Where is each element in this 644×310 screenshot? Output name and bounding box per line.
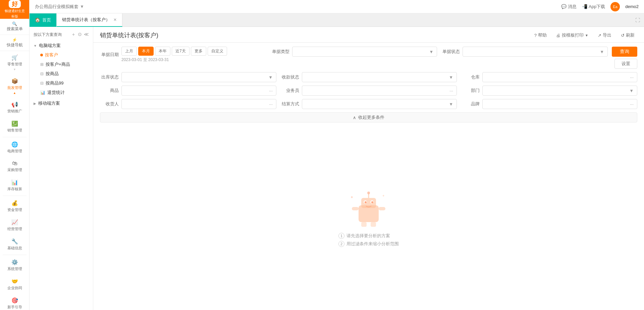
print-btn[interactable]: 🖨 按模板打印 ▼	[553, 31, 591, 40]
sidebar-item-enterprise[interactable]: 🤝 企业协同	[0, 275, 29, 294]
sidebar-item-system[interactable]: ⚙️ 系统管理	[0, 256, 29, 275]
tab-home[interactable]: 🏠 首页	[30, 13, 57, 27]
table-icon1: ⊟	[40, 71, 44, 76]
out-status-label: 出库状态	[100, 74, 119, 80]
sidebar-item-operation[interactable]: 📈 经营管理	[0, 216, 29, 235]
tree-children-desktop: 按客户 ⊞ 按客户+商品 ⊟ 按商品 ⊟ 按商品99 📊 退货统计	[30, 50, 93, 97]
help-icon: ?	[534, 33, 537, 38]
sidebar-item-finance[interactable]: 💰 资金管理	[0, 197, 29, 216]
help-btn[interactable]: ? 帮助	[532, 31, 549, 40]
collapse-panel-icon[interactable]: ≪	[84, 32, 89, 38]
set-btn[interactable]: 设置	[614, 59, 637, 69]
tab-home-label: 首页	[42, 17, 51, 23]
date-btn-last-month[interactable]: 上月	[121, 47, 137, 56]
messages-btn[interactable]: 💬 消息	[561, 4, 577, 10]
action-buttons: 查询 设置	[612, 47, 637, 69]
app-download-label: App下载	[589, 4, 605, 10]
logo-icon: 好	[9, 0, 21, 8]
receipt-status-input[interactable]: ▼	[302, 72, 457, 82]
tab-maximize-btn[interactable]: ⛶	[631, 13, 644, 27]
topbar: 办公用品行业模拟账套 ▼ 💬 消息 📲 App下载 Ea demo2	[30, 0, 644, 13]
filter-section: 单据日期 上月 本月 本年 近7天 更多 自定义 20	[93, 43, 644, 125]
left-panel: 按以下方案查询 ＋ ⊙ ≪ ▼ 电脑端方案 按客户 ⊞ 按客户+商	[30, 27, 93, 310]
doc-type-col: 单据类型 ▼	[271, 47, 437, 57]
date-btn-more[interactable]: 更多	[191, 47, 206, 56]
receiver-input[interactable]: ···	[121, 99, 276, 109]
sidebar-item-wholesale[interactable]: 📦 批发管理 ▲	[0, 74, 29, 98]
print-dropdown-icon: ▼	[585, 34, 588, 37]
topbar-dropdown-icon[interactable]: ▼	[80, 4, 84, 9]
sidebar-item-basic[interactable]: 🔧 基础信息	[0, 235, 29, 254]
sidebar-logo: 好 畅捷通好生意 标版	[0, 0, 29, 19]
app-download-btn[interactable]: 📲 App下载	[582, 4, 605, 10]
settlement-input[interactable]: ▼	[302, 99, 457, 109]
grid-icon: ⊞	[40, 62, 44, 67]
sidebar: 好 畅捷通好生意 标版 🔍 搜索菜单 ⚡ 快捷导航 🛒 零售管理 ▼ 📦 批发管…	[0, 0, 30, 310]
wholesale-icon: 📦	[11, 78, 18, 84]
filter-row-2: 出库状态 ▼ 收款状态 ▼	[100, 72, 637, 82]
out-status-input[interactable]: ▼	[121, 72, 276, 82]
logo-sub-text: 标版	[11, 14, 18, 19]
sidebar-item-newbie[interactable]: 🎯 新手引导	[0, 294, 29, 310]
tab-sales-stats[interactable]: 销货单统计表（按客户） ✕	[57, 13, 122, 27]
department-input[interactable]: ▼	[482, 86, 637, 96]
tab-close-icon[interactable]: ✕	[113, 17, 117, 22]
brand-input[interactable]: ···	[482, 99, 637, 109]
sidebar-item-ecommerce[interactable]: 🌐 电商管理	[0, 138, 29, 157]
print-label: 按模板打印	[562, 32, 584, 38]
sidebar-item-retail[interactable]: 🛒 零售管理 ▼	[0, 51, 29, 74]
user-avatar[interactable]: Ea	[610, 2, 620, 11]
tree-section-desktop[interactable]: ▼ 电脑端方案	[30, 41, 93, 50]
tree-node-by-product[interactable]: ⊟ 按商品	[34, 69, 93, 79]
active-indicator	[40, 54, 43, 56]
home-icon: 🏠	[35, 17, 40, 22]
tree-node-return-stats[interactable]: 📊 退货统计	[34, 88, 93, 97]
tree-node-label: 退货统计	[47, 90, 65, 96]
messages-label: 消息	[568, 4, 577, 10]
receiver-label: 收货人	[100, 101, 119, 107]
finance-icon: 💰	[11, 200, 18, 206]
svg-rect-8	[352, 207, 359, 210]
chart-icon: 📊	[40, 90, 45, 95]
tree-node-by-customer[interactable]: 按客户	[34, 50, 93, 60]
sidebar-item-sales[interactable]: 💹 销售管理	[0, 117, 29, 136]
refresh-btn[interactable]: ↺ 刷新	[618, 31, 637, 40]
empty-tips: 1 请先选择要分析的方案 2 用过滤条件来缩小分析范围	[338, 233, 399, 247]
section-label2: 移动端方案	[38, 100, 60, 106]
sidebar-search[interactable]: 🔍 搜索菜单	[0, 19, 29, 35]
user-initials: Ea	[613, 5, 618, 9]
warehouse-input[interactable]: ···	[482, 72, 637, 82]
page-title: 销货单统计表(按客户)	[100, 31, 158, 39]
add-scheme-icon[interactable]: ＋	[71, 32, 76, 38]
sidebar-item-inventory[interactable]: 📊 库存核算	[0, 176, 29, 195]
tree-node-by-product99[interactable]: ⊟ 按商品99	[34, 79, 93, 88]
logo-text: 畅捷通好生意	[5, 9, 25, 13]
tree-section-mobile[interactable]: ▶ 移动端方案	[30, 99, 93, 108]
svg-point-6	[365, 201, 367, 203]
brand-dots-icon: ···	[630, 102, 634, 107]
sidebar-item-marketing[interactable]: 📢 营销推广	[0, 98, 29, 117]
product-input[interactable]: ···	[121, 86, 276, 96]
tree-node-by-customer-product[interactable]: ⊞ 按客户+商品	[34, 60, 93, 69]
date-btn-last7days[interactable]: 近7天	[172, 47, 190, 56]
date-btn-this-year[interactable]: 本年	[155, 47, 170, 56]
date-btn-custom[interactable]: 自定义	[208, 47, 227, 56]
query-btn[interactable]: 查询	[612, 47, 637, 57]
main-area: 办公用品行业模拟账套 ▼ 💬 消息 📲 App下载 Ea demo2 🏠 首页 …	[30, 0, 644, 310]
salesperson-col: 业务员 ···	[280, 86, 457, 96]
page-header: 销货单统计表(按客户) ? 帮助 🖨 按模板打印 ▼ ↗ 导出	[93, 27, 644, 43]
export-btn[interactable]: ↗ 导出	[595, 31, 614, 40]
brand-col: 品牌 ···	[461, 99, 637, 109]
settings-scheme-icon[interactable]: ⊙	[78, 32, 82, 38]
sidebar-quick-nav[interactable]: ⚡ 快捷导航	[0, 35, 29, 51]
filter-row-1: 单据日期 上月 本月 本年 近7天 更多 自定义 20	[100, 47, 637, 69]
salesperson-input[interactable]: ···	[302, 86, 457, 96]
enterprise-icon: 🤝	[11, 278, 18, 285]
date-label: 单据日期	[100, 52, 119, 58]
doc-status-input[interactable]: ▼	[463, 47, 608, 57]
brand-label: 品牌	[461, 101, 480, 107]
date-btn-this-month[interactable]: 本月	[138, 47, 154, 56]
collapse-bar[interactable]: ∧ 收起更多条件	[100, 112, 637, 122]
sidebar-item-purchase[interactable]: 🛍 采购管理	[0, 157, 29, 176]
doc-type-input[interactable]: ▼	[292, 47, 437, 57]
